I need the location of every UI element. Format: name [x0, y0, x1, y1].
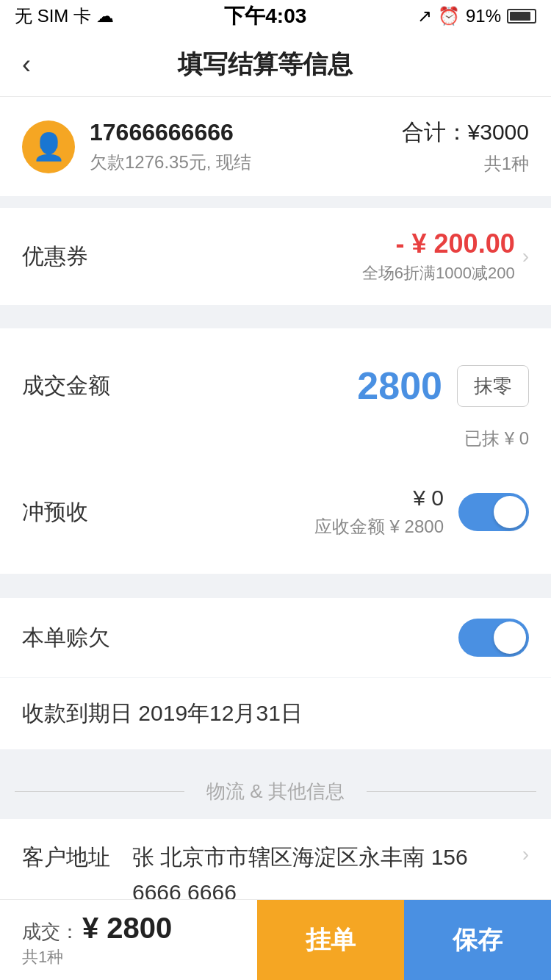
bottom-info: 成交： ¥ 2800 共1种: [0, 900, 257, 980]
location-icon: ↗: [417, 6, 432, 26]
advance-toggle[interactable]: [458, 493, 529, 531]
coupon-label: 优惠券: [22, 242, 88, 272]
section-divider-3: [0, 749, 551, 764]
logistics-line-left: [15, 791, 184, 792]
transaction-row: 成交金额 2800 抹零: [22, 349, 529, 422]
address-chevron-icon: ›: [522, 843, 529, 866]
advance-amount-block: ¥ 0 应收金额 ¥ 2800: [314, 486, 444, 538]
section-divider-1: [0, 317, 551, 328]
customer-left: 👤 17666666666 欠款1276.35元, 现结: [22, 119, 251, 174]
alarm-icon: ⏰: [438, 6, 460, 26]
page-title: 填写结算等信息: [46, 48, 485, 82]
advance-receivable: 应收金额 ¥ 2800: [314, 515, 444, 538]
credit-toggle[interactable]: [458, 619, 529, 657]
customer-card: 👤 17666666666 欠款1276.35元, 现结 合计：¥3000 共1…: [0, 97, 551, 196]
logistics-label: 物流 & 其他信息: [199, 779, 352, 804]
back-button[interactable]: ‹: [22, 42, 46, 87]
sim-text: 无 SIM 卡 ☁: [15, 4, 114, 28]
transaction-section: 成交金额 2800 抹零 已抹 ¥ 0: [0, 328, 551, 471]
transaction-amount: 2800: [357, 364, 442, 408]
battery-bar: [507, 9, 536, 24]
transaction-label: 成交金额: [22, 371, 110, 401]
transaction-sub: 已抹 ¥ 0: [22, 427, 529, 450]
credit-section: 本单赊欠: [0, 598, 551, 677]
credit-toggle-track: [458, 619, 529, 657]
advance-right: ¥ 0 应收金额 ¥ 2800: [314, 486, 529, 538]
bottom-count: 共1种: [22, 946, 235, 968]
hang-single-button[interactable]: 挂单: [257, 900, 404, 980]
order-count: 共1种: [402, 152, 529, 176]
coupon-discount: - ¥ 200.00: [362, 228, 515, 259]
coupon-amount: - ¥ 200.00 全场6折满1000减200: [362, 228, 515, 284]
credit-label: 本单赊欠: [22, 623, 110, 653]
advance-toggle-thumb: [494, 496, 526, 528]
customer-phone: 17666666666: [90, 119, 251, 146]
content-area: 👤 17666666666 欠款1276.35元, 现结 合计：¥3000 共1…: [0, 97, 551, 980]
coupon-right: - ¥ 200.00 全场6折满1000减200 ›: [362, 228, 529, 284]
nav-bar: ‹ 填写结算等信息: [0, 32, 551, 97]
coupon-row[interactable]: 优惠券 - ¥ 200.00 全场6折满1000减200 ›: [0, 208, 551, 305]
bottom-amount: ¥ 2800: [82, 912, 172, 945]
advance-section: 冲预收 ¥ 0 应收金额 ¥ 2800: [0, 471, 551, 574]
status-time: 下午4:03: [224, 2, 306, 30]
advance-toggle-track: [458, 493, 529, 531]
address-label: 客户地址: [22, 840, 110, 875]
customer-debt: 欠款1276.35元, 现结: [90, 151, 251, 174]
advance-amount: ¥ 0: [314, 486, 444, 511]
status-bar: 无 SIM 卡 ☁ 下午4:03 ↗ ⏰ 91%: [0, 0, 551, 32]
advance-label: 冲预收: [22, 497, 88, 527]
logistics-line-right: [367, 791, 536, 792]
bottom-trans-label: 成交：: [22, 919, 79, 945]
status-left: 无 SIM 卡 ☁: [15, 4, 114, 28]
duedate-text: 收款到期日 2019年12月31日: [22, 699, 529, 729]
duedate-section: 收款到期日 2019年12月31日: [0, 677, 551, 749]
status-right: ↗ ⏰ 91%: [417, 6, 536, 26]
bottom-bar: 成交： ¥ 2800 共1种 挂单 保存: [0, 899, 551, 980]
coupon-desc: 全场6折满1000减200: [362, 262, 515, 284]
transaction-right: 2800 抹零: [357, 364, 529, 408]
avatar: 👤: [22, 120, 75, 173]
advance-row: 冲预收 ¥ 0 应收金额 ¥ 2800: [22, 471, 529, 553]
credit-toggle-thumb: [494, 621, 526, 654]
logistics-divider: 物流 & 其他信息: [0, 764, 551, 819]
save-button[interactable]: 保存: [404, 900, 551, 980]
section-divider-2: [0, 574, 551, 586]
customer-right: 合计：¥3000 共1种: [402, 118, 529, 176]
avatar-icon: 👤: [32, 131, 65, 162]
coupon-chevron-icon: ›: [522, 245, 529, 268]
zero-button[interactable]: 抹零: [457, 365, 529, 407]
customer-info: 17666666666 欠款1276.35元, 现结: [90, 119, 251, 174]
order-total: 合计：¥3000: [402, 118, 529, 148]
battery-percent: 91%: [466, 6, 501, 26]
